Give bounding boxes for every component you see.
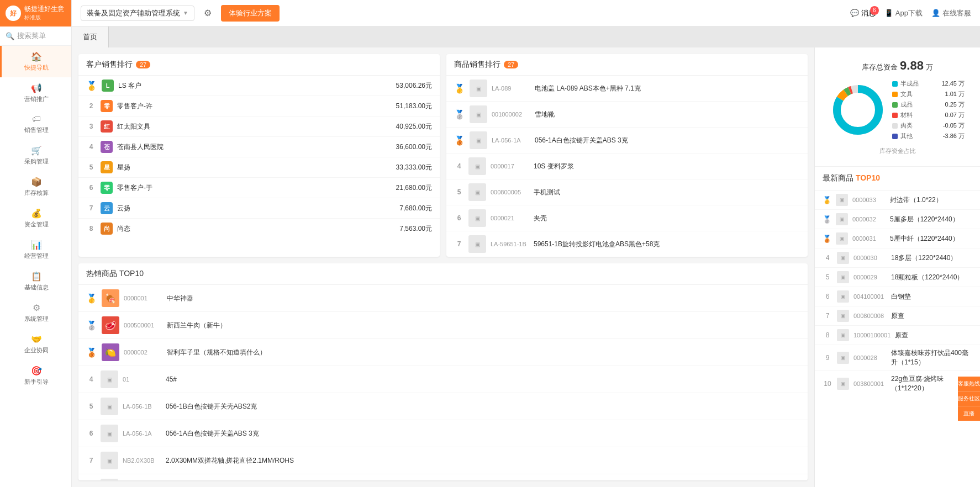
customer-ranking-row: 7 云 云扬 7,680.00元 xyxy=(78,198,440,219)
hot-products-title: 热销商品 TOP10 xyxy=(86,269,144,279)
new-products-list: 🥇 ▣ 0000033 封边带（1.0*22） 🥈 ▣ 0000032 5厘多层… xyxy=(815,190,980,396)
marketing-icon: 📢 xyxy=(31,83,42,93)
customer-ranking-row: 🥇 L LS 客户 53,006.26元 xyxy=(78,76,440,96)
rank-number: 4 xyxy=(823,254,833,262)
product-image: ▣ xyxy=(837,310,849,322)
product-name: 原查 xyxy=(891,311,972,321)
product-ranking-row: 🥇 ▣ LA-089 电池盖 LA-089 ABS本色+黑种 7.1克 xyxy=(446,76,808,102)
hot-products-list: 🥇 🍖 0000001 中华神器 🥈 🥩 000500001 新西兰牛肉（新牛）… xyxy=(78,285,808,480)
product-image: ▣ xyxy=(837,378,849,390)
basic-icon: 📋 xyxy=(31,271,42,282)
inventory-caption: 库存资金占比 xyxy=(823,147,972,160)
rank-badge: L xyxy=(102,80,114,92)
sidebar-item-sales[interactable]: 🏷 销售管理 xyxy=(0,109,71,140)
rankings-row: 客户销售排行 27 🥇 L LS 客户 53,006.26元 2 零 零售客户-… xyxy=(78,54,808,257)
product-name: 45# xyxy=(166,375,800,383)
new-product-row: 6 ▣ 004100001 白钢垫 xyxy=(815,287,980,306)
system-select[interactable]: 装备及固定资产辅助管理系统 ▼ xyxy=(81,6,194,21)
product-name: 夹壳 xyxy=(534,214,800,223)
marketing-label: 营销推广 xyxy=(24,95,49,103)
customer-amount: 51,183.00元 xyxy=(396,102,432,111)
online-service-button[interactable]: 👤 在线客服 xyxy=(931,8,971,18)
product-image: ▣ xyxy=(101,479,118,480)
rank-number: 5 xyxy=(823,273,833,281)
hot-products-card: 热销商品 TOP10 🥇 🍖 0000001 中华神器 🥈 🥩 00050000… xyxy=(78,263,808,480)
product-code: 0000031 xyxy=(852,235,886,242)
sidebar-item-guide[interactable]: 🎯 新手引导 xyxy=(0,360,71,391)
hot-product-row: 7 ▣ NB2.0X30B 2.0X30MM双搓花轴,搓花直径2.1MM/ROH… xyxy=(78,447,808,474)
main-area: 装备及固定资产辅助管理系统 ▼ ⚙ 体验行业方案 💬 消息 6 📱 App下载 … xyxy=(72,0,980,487)
sidebar-item-system[interactable]: ⚙ 系统管理 xyxy=(0,297,71,329)
product-img: ▣ xyxy=(468,235,486,253)
product-image: ▣ xyxy=(101,370,118,388)
quicknav-label: 快捷导航 xyxy=(24,63,49,72)
product-name: 5厘多层（1220*2440） xyxy=(890,215,972,224)
product-name: 10S 变料罗浆 xyxy=(534,162,800,171)
product-code: 004100001 xyxy=(853,293,887,300)
donut-chart xyxy=(830,82,886,137)
legend-name: 成品 xyxy=(900,100,931,109)
legend-color xyxy=(892,81,898,87)
content-tabs: 首页 xyxy=(72,27,980,47)
float-button[interactable]: 直播 xyxy=(958,406,980,421)
customer-amount: 40,925.00元 xyxy=(396,122,432,131)
product-name: 59651-1B旋转投影灯电池盒ABS黑色+58克 xyxy=(534,240,800,249)
sidebar-item-coop[interactable]: 🤝 企业协同 xyxy=(0,329,71,360)
medal-icon: 🥈 xyxy=(823,215,831,224)
product-code: 01 xyxy=(123,376,161,383)
service-icon: 👤 xyxy=(931,9,940,17)
trial-button[interactable]: 体验行业方案 xyxy=(221,5,280,22)
legend-name: 文具 xyxy=(900,90,931,98)
sidebar-item-basic[interactable]: 📋 基础信息 xyxy=(0,266,71,297)
notification-button[interactable]: 💬 消息 6 xyxy=(850,8,876,18)
new-products-title-text: 最新商品 xyxy=(823,173,853,182)
rank-number: 6 xyxy=(454,214,464,222)
product-image: ▣ xyxy=(836,194,848,206)
quicknav-icon: 🏠 xyxy=(31,51,42,62)
app-download-button[interactable]: 📱 App下载 xyxy=(884,8,923,18)
tab-home[interactable]: 首页 xyxy=(72,27,109,47)
rank-number: 3 xyxy=(86,123,96,130)
product-name: 中华神器 xyxy=(167,294,800,303)
product-image: ▣ xyxy=(836,213,848,225)
product-code: 001000002 xyxy=(492,111,530,118)
legend-name: 其他 xyxy=(900,132,931,140)
sidebar: 好 畅捷通好生意 标准版 🔍 搜索菜单 🏠 快捷导航 📢 营销推广 🏷 销售管理… xyxy=(0,0,72,487)
content-area: 首页 客户销售排行 27 🥇 L LS 客户 53,006.26元 2 零 xyxy=(72,27,980,487)
product-image: ▣ xyxy=(101,425,118,442)
new-product-row: 7 ▣ 000800008 原查 xyxy=(815,306,980,326)
new-product-row: 8 ▣ 10000100001 原查 xyxy=(815,326,980,345)
customer-amount: 7,563.00元 xyxy=(399,224,432,234)
medal-icon: 🥇 xyxy=(823,196,831,204)
operation-icon: 📊 xyxy=(31,240,42,250)
sales-icon: 🏷 xyxy=(32,114,41,124)
rank-badge: 零 xyxy=(101,100,113,112)
settings-button[interactable]: ⚙ xyxy=(200,6,215,21)
left-panel: 客户销售排行 27 🥇 L LS 客户 53,006.26元 2 零 零售客户-… xyxy=(72,47,814,487)
product-name: 2.0X30MM双搓花轴,搓花直径2.1MM/ROHS xyxy=(166,456,800,465)
customer-ranking-row: 3 红 红太阳文具 40,925.00元 xyxy=(78,117,440,137)
sidebar-search[interactable]: 🔍 搜索菜单 xyxy=(0,27,71,46)
float-button[interactable]: 服务社区 xyxy=(958,391,980,406)
sidebar-item-operation[interactable]: 📊 经营管理 xyxy=(0,234,71,266)
rank-badge: 零 xyxy=(101,182,113,194)
rank-number: 10 xyxy=(823,380,833,388)
float-button[interactable]: 客服热线 xyxy=(958,377,980,391)
inventory-title: 库存总资金 xyxy=(862,63,898,71)
system-icon: ⚙ xyxy=(33,303,40,313)
sidebar-item-quicknav[interactable]: 🏠 快捷导航 xyxy=(0,46,71,77)
chevron-down-icon: ▼ xyxy=(183,10,188,16)
medal-icon: 🥉 xyxy=(86,347,97,358)
sidebar-item-purchase[interactable]: 🛒 采购管理 xyxy=(0,140,71,171)
sidebar-item-marketing[interactable]: 📢 营销推广 xyxy=(0,77,71,109)
legend-color xyxy=(892,123,898,129)
sales-label: 销售管理 xyxy=(24,126,49,134)
float-buttons: 客服热线服务社区直播 xyxy=(958,377,980,421)
product-code: 0000030 xyxy=(853,255,887,261)
rank-number: 6 xyxy=(823,293,833,300)
rank-number: 7 xyxy=(823,312,833,320)
sidebar-item-inventory[interactable]: 📦 库存核算 xyxy=(0,171,71,203)
sidebar-item-finance[interactable]: 💰 资金管理 xyxy=(0,203,71,234)
product-image: 🍋 xyxy=(102,343,119,361)
product-img: ▣ xyxy=(470,80,487,97)
